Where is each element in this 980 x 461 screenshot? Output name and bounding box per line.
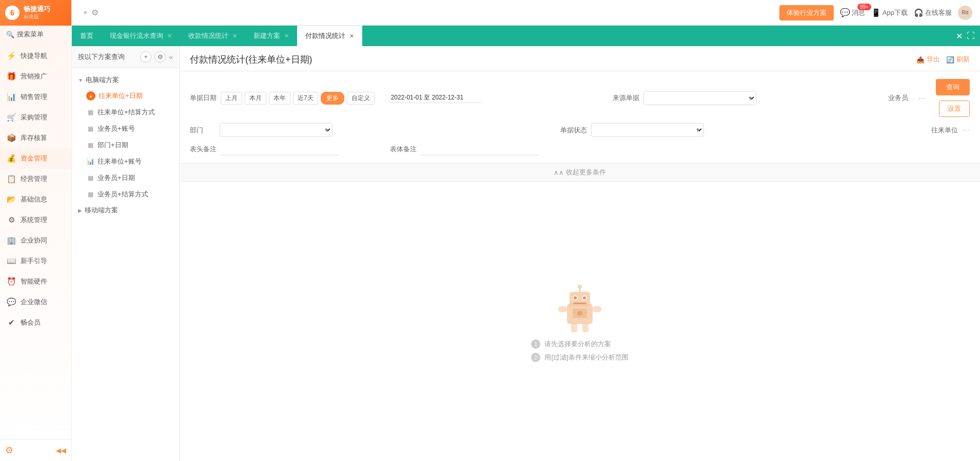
tab-close-all-icon[interactable]: ✕ <box>956 31 963 41</box>
enterprise-icon: 🏢 <box>6 235 16 246</box>
scheme-desktop-group-header[interactable]: ▼ 电脑端方案 <box>72 72 179 88</box>
date-this-month-btn[interactable]: 本月 <box>245 92 266 105</box>
header-note-input[interactable] <box>221 143 339 155</box>
refresh-button[interactable]: 🔄 刷新 <box>946 55 970 64</box>
tab-fullscreen-icon[interactable]: ⛶ <box>967 31 975 41</box>
source-select-wrapper <box>643 91 756 105</box>
tab-receipt-stat[interactable]: 收款情况统计 ✕ <box>180 26 245 46</box>
sidebar-item-inventory[interactable]: 📦 库存核算 <box>0 128 71 148</box>
empty-hint-2: 2 用[过滤]条件来缩小分析范围 <box>531 353 628 362</box>
doc-status-select[interactable] <box>591 123 704 137</box>
tab-home[interactable]: 首页 <box>72 26 102 46</box>
sidebar-item-operation[interactable]: 📋 经营管理 <box>0 169 71 189</box>
sidebar-nav: ⚡ 快捷导航 🎁 营销推广 📊 销售管理 🛒 采购管理 📦 库存核算 💰 资金管… <box>0 43 71 439</box>
user-avatar[interactable]: Rit <box>958 6 972 20</box>
robot-svg <box>554 280 605 337</box>
tab-pay-stat-close[interactable]: ✕ <box>349 33 354 39</box>
sidebar-item-hardware[interactable]: ⏰ 智能硬件 <box>0 271 71 292</box>
scheme-item-s7[interactable]: ▦ 业务员+结算方式 <box>72 186 179 203</box>
sidebar-item-vip[interactable]: ✔ 畅会员 <box>0 312 71 333</box>
sidebar-item-marketing[interactable]: 🎁 营销推广 <box>0 66 71 87</box>
topbar-settings-icon[interactable]: ⚙ <box>91 8 99 17</box>
body-note-input[interactable] <box>421 143 539 155</box>
sidebar-item-weixin[interactable]: 💬 企业微信 <box>0 292 71 312</box>
app-download-area[interactable]: 📱 App下载 <box>871 8 908 17</box>
inventory-icon: 📦 <box>6 133 16 143</box>
operation-icon: 📋 <box>6 174 16 184</box>
sidebar-item-label: 经营管理 <box>21 174 47 184</box>
weixin-icon: 💬 <box>6 297 16 307</box>
scheme-s2-label: 往来单位+结算方式 <box>97 108 155 117</box>
scheme-item-s1[interactable]: ● 往来单位+日期 <box>72 88 179 104</box>
date-last-month-btn[interactable]: 上月 <box>221 92 242 105</box>
date-range-input[interactable] <box>389 93 481 103</box>
sidebar-item-label: 企业微信 <box>21 297 47 307</box>
tab-receipt-close[interactable]: ✕ <box>232 33 237 39</box>
tab-bank[interactable]: 现金银行流水查询 ✕ <box>102 26 180 46</box>
export-button[interactable]: 📤 导出 <box>916 55 940 64</box>
search-icon: 🔍 <box>6 31 14 38</box>
tab-receipt-label: 收款情况统计 <box>188 31 228 41</box>
sidebar-item-label: 企业协同 <box>21 236 47 245</box>
sidebar-header: 6 畅捷通巧 标准版 <box>0 0 71 26</box>
sidebar-item-capital[interactable]: 💰 资金管理 <box>0 148 71 169</box>
settings-button[interactable]: 设置 <box>939 101 970 117</box>
scheme-desktop-group: ▼ 电脑端方案 ● 往来单位+日期 ▦ 往来单位+结算方式 ▦ 业务员+账号 <box>72 72 179 203</box>
svg-point-5 <box>583 296 586 299</box>
empty-state: 1 请先选择要分析的方案 2 用[过滤]条件来缩小分析范围 <box>180 182 980 461</box>
sidebar-search[interactable]: 🔍 搜索菜单 <box>0 26 71 43</box>
online-service-area[interactable]: 🎧 在线客服 <box>914 8 952 17</box>
tab-new-scheme-close[interactable]: ✕ <box>284 33 289 39</box>
tab-bank-close[interactable]: ✕ <box>167 33 172 39</box>
page-title: 付款情况统计(往来单位+日期) <box>190 53 312 66</box>
sidebar-item-enterprise[interactable]: 🏢 企业协同 <box>0 230 71 251</box>
filter-row-3: 表头备注 表体备注 <box>190 143 970 155</box>
source-select[interactable] <box>643 91 756 105</box>
sidebar-item-purchase[interactable]: 🛒 采购管理 <box>0 107 71 128</box>
tab-pay-stat[interactable]: 付款情况统计 ✕ <box>297 26 362 46</box>
footer-collapse-icon[interactable]: ◀◀ <box>56 447 66 454</box>
sidebar-item-basic[interactable]: 📂 基础信息 <box>0 189 71 210</box>
topbar-actions: 体验行业方案 💬 消息 99+ 📱 App下载 🎧 在线客服 Rit <box>779 5 972 21</box>
filter-item-source: 来源单据 <box>613 91 756 105</box>
scheme-item-s4[interactable]: ▦ 部门+日期 <box>72 137 179 153</box>
sidebar-item-system[interactable]: ⚙ 系统管理 <box>0 210 71 230</box>
collapse-bar: ∧∧ 收起更多条件 <box>180 164 980 182</box>
collapse-conditions-button[interactable]: ∧∧ 收起更多条件 <box>554 168 606 177</box>
sidebar-item-label: 畅会员 <box>21 318 41 327</box>
body-note-label: 表体备注 <box>390 145 417 154</box>
date-custom-btn[interactable]: 自定义 <box>347 92 375 105</box>
scheme-item-s2[interactable]: ▦ 往来单位+结算方式 <box>72 104 179 121</box>
query-button[interactable]: 查询 <box>936 79 970 95</box>
vip-icon: ✔ <box>6 317 16 328</box>
scheme-panel-collapse-button[interactable]: « <box>169 53 173 61</box>
scheme-mobile-group-header[interactable]: ▶ 移动端方案 <box>72 203 179 218</box>
footer-settings-icon[interactable]: ⚙ <box>5 445 13 456</box>
sidebar-item-quick-nav[interactable]: ⚡ 快捷导航 <box>0 46 71 66</box>
dept-select[interactable] <box>220 123 332 137</box>
trial-button[interactable]: 体验行业方案 <box>779 5 834 21</box>
sidebar-item-label: 采购管理 <box>21 113 47 122</box>
scheme-item-s6[interactable]: ▦ 业务员+日期 <box>72 170 179 186</box>
filter-item-counterpart: 往来单位 ··· <box>931 125 970 135</box>
sidebar-item-guide[interactable]: 📖 新手引导 <box>0 251 71 271</box>
empty-num-1: 1 <box>531 339 540 349</box>
scheme-item-s5[interactable]: 📊 往来单位+账号 <box>72 153 179 170</box>
sidebar-item-sales[interactable]: 📊 销售管理 <box>0 87 71 107</box>
scheme-settings-button[interactable]: ⚙ <box>154 51 166 63</box>
online-service-label: 在线客服 <box>925 8 952 17</box>
notification-area[interactable]: 💬 消息 99+ <box>840 8 865 17</box>
tab-new-scheme[interactable]: 新建方案 ✕ <box>245 26 297 46</box>
sidebar-item-label: 新手引导 <box>21 256 47 266</box>
scheme-add-button[interactable]: + <box>140 51 151 63</box>
filter-item-doc-status: 单据状态 <box>560 123 704 137</box>
scheme-item-s3[interactable]: ▦ 业务员+账号 <box>72 121 179 137</box>
empty-hint-1-label: 请先选择要分析的方案 <box>544 339 611 349</box>
scheme-s6-label: 业务员+日期 <box>97 173 135 183</box>
date-more-btn[interactable]: 更多 <box>321 92 344 105</box>
svg-point-14 <box>577 311 582 316</box>
filter-item-date-range <box>389 93 481 103</box>
export-label: 导出 <box>927 55 940 64</box>
date-this-year-btn[interactable]: 本年 <box>269 92 290 105</box>
date-last-7days-btn[interactable]: 近7天 <box>293 92 318 105</box>
